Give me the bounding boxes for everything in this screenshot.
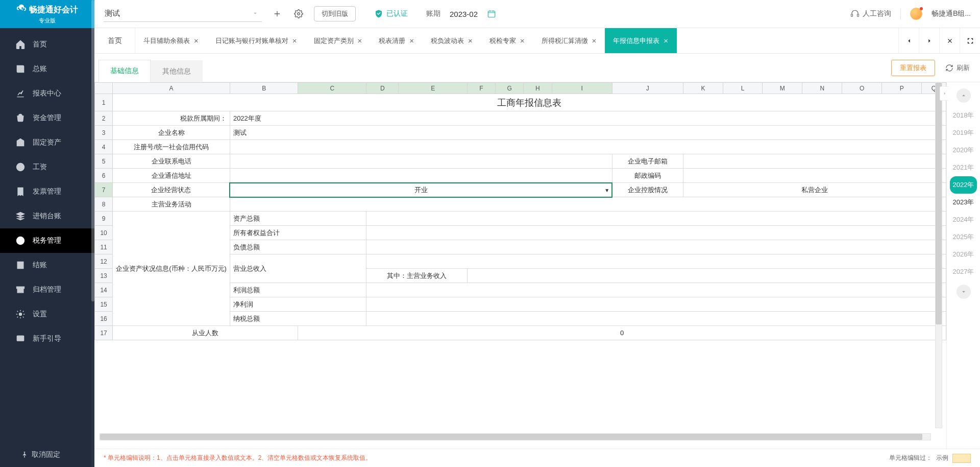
cell[interactable]: 主营业务活动: [113, 197, 230, 212]
status-dropdown[interactable]: 开业▼: [230, 183, 612, 197]
avatar[interactable]: [910, 8, 922, 20]
refresh-button[interactable]: 刷新: [945, 63, 970, 73]
col-header[interactable]: C: [298, 83, 366, 94]
row-header[interactable]: 8: [95, 197, 113, 212]
col-header[interactable]: F: [467, 83, 495, 94]
tab[interactable]: 斗目辅助余额表×: [135, 28, 207, 53]
spreadsheet[interactable]: ABCDEFGHIJKLMNOPQ1工商年报信息表2税款所属期间：2022年度3…: [94, 82, 946, 449]
row-header[interactable]: 11: [95, 240, 113, 254]
tabs-next-icon[interactable]: [919, 28, 939, 53]
col-header[interactable]: H: [524, 83, 552, 94]
cell[interactable]: [366, 226, 946, 240]
tabs-close-icon[interactable]: [939, 28, 960, 53]
sidebar-item-home[interactable]: 首页: [0, 32, 94, 57]
sheet-vscrollbar[interactable]: [935, 82, 942, 428]
col-header[interactable]: N: [802, 83, 842, 94]
subtab[interactable]: 基础信息: [99, 60, 151, 82]
switch-old-button[interactable]: 切到旧版: [314, 6, 356, 21]
cell[interactable]: 0: [298, 326, 946, 340]
tab[interactable]: 年报信息申报表×: [605, 28, 677, 53]
cell[interactable]: [230, 169, 612, 183]
support-link[interactable]: 人工咨询: [850, 9, 891, 18]
cell[interactable]: 企业联系电话: [113, 154, 230, 169]
cell[interactable]: 私营企业: [683, 183, 946, 197]
row-header[interactable]: 7: [95, 183, 113, 197]
calendar-icon[interactable]: [487, 8, 496, 20]
tab-home[interactable]: 首页: [94, 28, 135, 53]
col-header[interactable]: M: [763, 83, 802, 94]
cell[interactable]: [467, 269, 946, 283]
sidebar-item-archive[interactable]: 归档管理: [0, 277, 94, 302]
row-header[interactable]: 17: [95, 326, 113, 340]
col-header[interactable]: G: [495, 83, 523, 94]
col-header[interactable]: K: [683, 83, 723, 94]
row-header[interactable]: 16: [95, 312, 113, 326]
col-header[interactable]: I: [552, 83, 612, 94]
row-header[interactable]: 9: [95, 212, 113, 226]
cell[interactable]: 企业通信地址: [113, 169, 230, 183]
cell[interactable]: 企业电子邮箱: [612, 154, 683, 169]
cell[interactable]: [366, 297, 946, 312]
corner-cell[interactable]: [95, 83, 113, 94]
sidebar-item-invoice[interactable]: 发票管理: [0, 179, 94, 204]
company-select[interactable]: [104, 6, 262, 22]
row-header[interactable]: 10: [95, 226, 113, 240]
col-header[interactable]: B: [230, 83, 298, 94]
sidebar-item-asset[interactable]: 固定资产: [0, 130, 94, 155]
tab-close-icon[interactable]: ×: [292, 36, 297, 45]
username[interactable]: 畅捷通B组...: [932, 9, 971, 18]
sheet-hscrollbar[interactable]: [100, 433, 931, 440]
tab-close-icon[interactable]: ×: [468, 36, 473, 45]
tab-close-icon[interactable]: ×: [409, 36, 414, 45]
year-item[interactable]: 2023年: [950, 194, 977, 211]
rail-collapse-icon[interactable]: [940, 86, 949, 101]
col-header[interactable]: J: [612, 83, 683, 94]
sidebar-item-salary[interactable]: 工资: [0, 155, 94, 179]
row-header[interactable]: 2: [95, 111, 113, 126]
sidebar-item-settings[interactable]: 设置: [0, 302, 94, 326]
cell[interactable]: 所有者权益合计: [230, 226, 366, 240]
year-item[interactable]: 2018年: [950, 107, 977, 124]
cell[interactable]: [230, 140, 946, 154]
tab-close-icon[interactable]: ×: [358, 36, 362, 45]
cell[interactable]: 注册号/统一社会信用代码: [113, 140, 230, 154]
col-header[interactable]: L: [723, 83, 762, 94]
col-header[interactable]: P: [882, 83, 922, 94]
row-header[interactable]: 15: [95, 297, 113, 312]
cell[interactable]: 企业控股情况: [612, 183, 683, 197]
cell[interactable]: 2022年度: [230, 111, 946, 126]
col-header[interactable]: D: [366, 83, 399, 94]
cell[interactable]: 利润总额: [230, 283, 366, 297]
tabs-prev-icon[interactable]: [898, 28, 919, 53]
cell[interactable]: 企业资产状况信息(币种：人民币万元): [113, 212, 230, 326]
sidebar-item-stock[interactable]: 进销台账: [0, 204, 94, 228]
year-item[interactable]: 2020年: [950, 142, 977, 159]
row-header[interactable]: 4: [95, 140, 113, 154]
tab-close-icon[interactable]: ×: [194, 36, 199, 45]
tab-close-icon[interactable]: ×: [520, 36, 525, 45]
cell[interactable]: [366, 240, 946, 254]
year-item[interactable]: 2021年: [950, 159, 977, 176]
tabs-fullscreen-icon[interactable]: [960, 28, 980, 53]
sidebar-scrollbar[interactable]: [91, 0, 94, 467]
cell[interactable]: 净利润: [230, 297, 366, 312]
cell[interactable]: 从业人数: [113, 326, 298, 340]
cell[interactable]: 税款所属期间：: [113, 111, 230, 126]
cell[interactable]: 企业经营状态: [113, 183, 230, 197]
row-header[interactable]: 14: [95, 283, 113, 297]
dropdown-arrow-icon[interactable]: ▼: [604, 187, 609, 193]
tab[interactable]: 税表清册×: [371, 28, 423, 53]
cell[interactable]: [683, 154, 946, 169]
cell[interactable]: [230, 197, 946, 212]
year-item[interactable]: 2022年: [950, 176, 977, 194]
tab[interactable]: 日记账与银行对账单核对×: [207, 28, 306, 53]
sidebar-item-fund[interactable]: 资金管理: [0, 106, 94, 130]
sidebar-item-chart[interactable]: 报表中心: [0, 81, 94, 106]
cell[interactable]: 测试: [230, 126, 946, 140]
row-header[interactable]: 5: [95, 154, 113, 169]
year-item[interactable]: 2026年: [950, 246, 977, 263]
tab-close-icon[interactable]: ×: [592, 36, 597, 45]
cell[interactable]: 纳税总额: [230, 312, 366, 326]
year-item[interactable]: 2025年: [950, 228, 977, 246]
tab[interactable]: 税检专家×: [481, 28, 533, 53]
